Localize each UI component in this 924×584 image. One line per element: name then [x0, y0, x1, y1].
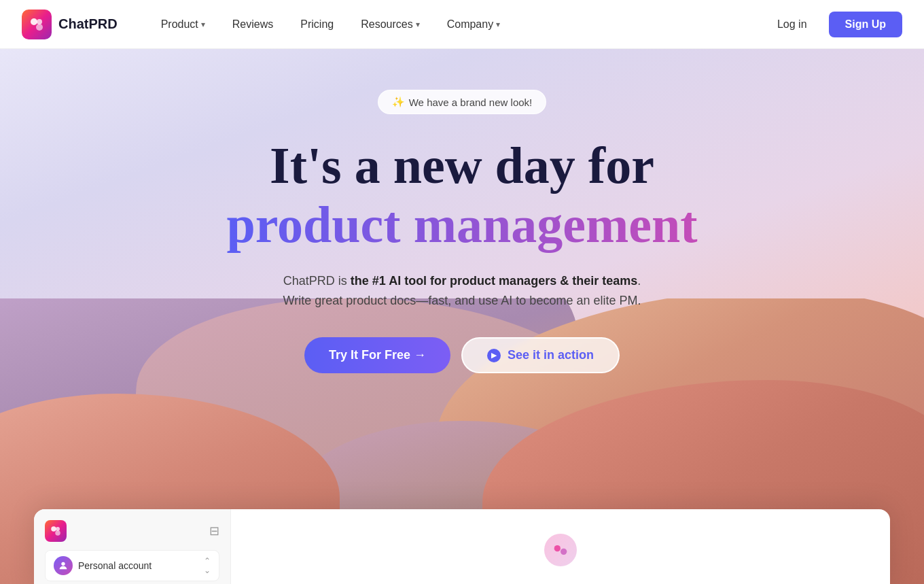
svg-point-10 — [561, 549, 567, 555]
signup-button[interactable]: Sign Up — [829, 12, 902, 37]
account-avatar — [54, 556, 73, 575]
login-button[interactable]: Log in — [766, 13, 818, 36]
subtitle-prefix: ChatPRD is — [283, 274, 351, 288]
svg-point-3 — [51, 526, 56, 532]
sidebar-header: ⊟ — [45, 520, 219, 542]
hero-content: ✨ We have a brand new look! It's a new d… — [0, 49, 924, 414]
hero-section: ✨ We have a brand new look! It's a new d… — [0, 49, 924, 584]
svg-point-9 — [554, 545, 561, 551]
svg-point-1 — [36, 24, 43, 31]
svg-point-2 — [37, 19, 42, 24]
svg-point-5 — [56, 527, 60, 531]
svg-point-4 — [55, 530, 60, 536]
svg-point-0 — [31, 18, 37, 25]
logo-text: ChatPRD — [58, 16, 118, 32]
nav-auth: Log in Sign Up — [766, 12, 902, 37]
announcement-badge[interactable]: ✨ We have a brand new look! — [378, 90, 547, 114]
app-logo-small — [45, 520, 67, 542]
nav-links: Product ▾ Reviews Pricing Resources ▾ Co… — [150, 13, 766, 36]
app-sidebar: ⊟ Personal account ⌃⌄ — [34, 509, 231, 584]
account-name: Personal account — [78, 560, 204, 571]
try-free-button[interactable]: Try It For Free → — [304, 337, 450, 373]
chevron-down-icon: ▾ — [201, 20, 205, 29]
logo-link[interactable]: ChatPRD — [22, 10, 118, 39]
nav-item-pricing[interactable]: Pricing — [289, 13, 344, 36]
play-icon: ▶ — [487, 349, 501, 362]
subtitle-suffix: . — [637, 274, 641, 288]
nav-item-product[interactable]: Product ▾ — [150, 13, 216, 36]
svg-point-6 — [61, 562, 65, 566]
account-row[interactable]: Personal account ⌃⌄ — [45, 550, 219, 581]
app-main-icon — [544, 534, 577, 566]
badge-text: We have a brand new look! — [409, 97, 533, 108]
logo-icon — [22, 10, 52, 39]
subtitle-line2: Write great product docs—fast, and use A… — [283, 294, 641, 307]
badge-icon: ✨ — [392, 96, 405, 108]
nav-item-reviews[interactable]: Reviews — [221, 13, 284, 36]
account-chevron-icon: ⌃⌄ — [204, 556, 211, 575]
navbar: ChatPRD Product ▾ Reviews Pricing Resour… — [0, 0, 924, 49]
hero-subtitle: ChatPRD is the #1 AI tool for product ma… — [283, 271, 641, 311]
hero-cta: Try It For Free → ▶ See it in action — [304, 337, 620, 373]
see-action-label: See it in action — [508, 348, 594, 362]
layout-icon[interactable]: ⊟ — [209, 523, 219, 538]
app-preview: ⊟ Personal account ⌃⌄ — [34, 509, 890, 584]
subtitle-bold: the #1 AI tool for product managers & th… — [351, 274, 637, 288]
nav-item-company[interactable]: Company ▾ — [436, 13, 511, 36]
chevron-down-icon: ▾ — [496, 20, 500, 29]
chevron-down-icon: ▾ — [416, 20, 420, 29]
hero-title-line2: product management — [226, 195, 697, 254]
nav-item-resources[interactable]: Resources ▾ — [350, 13, 430, 36]
hero-title: It's a new day for product management — [226, 136, 697, 255]
hero-title-line1: It's a new day for — [226, 136, 697, 195]
see-action-button[interactable]: ▶ See it in action — [461, 337, 620, 373]
app-main — [231, 509, 890, 584]
